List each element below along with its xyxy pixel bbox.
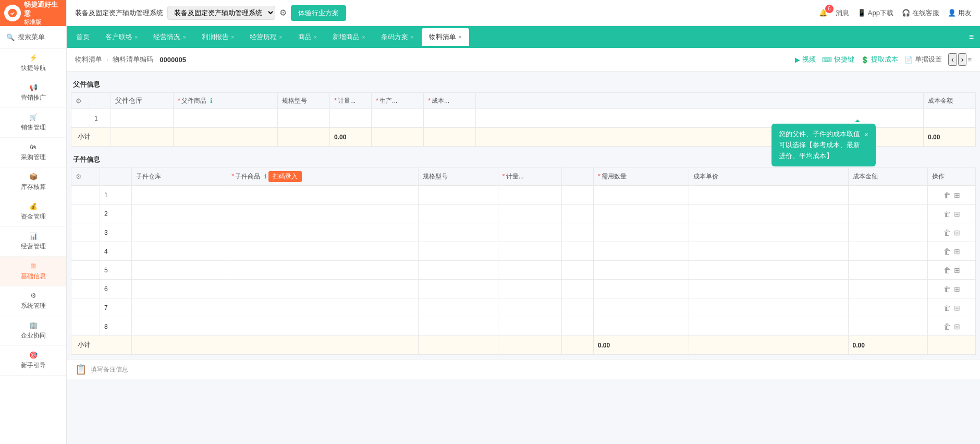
copy-icon[interactable]: ⊞ [954, 247, 960, 256]
online-service-item[interactable]: 🎧 在线客服 [902, 8, 939, 18]
copy-icon[interactable]: ⊞ [954, 191, 960, 199]
copy-icon[interactable]: ⊞ [954, 285, 960, 293]
sidebar-item-purchase[interactable]: 🛍 采购管理 [0, 138, 66, 167]
child-row1-cost-unit[interactable] [689, 186, 848, 205]
extract-cost-action[interactable]: 💲 提取成本 [861, 55, 898, 64]
child-row1-unit[interactable] [498, 186, 561, 205]
child-row1-product[interactable] [227, 186, 419, 205]
child-table-row: 2 🗑⊞ [71, 205, 976, 223]
tab-goods[interactable]: 商品 × [291, 28, 324, 46]
parent-row-spacer [71, 109, 90, 128]
sidebar-item-marketing[interactable]: 📢 营销推广 [0, 78, 66, 108]
parent-row-spec[interactable] [278, 109, 330, 128]
tab-list-icon[interactable]: ≡ [965, 32, 978, 42]
tab-close-icon[interactable]: × [314, 34, 317, 40]
copy-icon[interactable]: ⊞ [954, 322, 960, 331]
copy-icon[interactable]: ⊞ [954, 304, 960, 312]
next-page-button[interactable]: › [958, 53, 967, 66]
info-icon[interactable]: ℹ [210, 97, 213, 104]
parent-col-spec: 规格型号 [278, 93, 330, 109]
parent-col-product: *父件商品 ℹ [174, 93, 278, 109]
system-select[interactable]: 装备及固定资产辅助管理系统 [167, 6, 275, 20]
remark-icon[interactable]: 📋 [75, 364, 87, 375]
app-download-item[interactable]: 📱 App下载 [858, 8, 893, 18]
delete-icon[interactable]: 🗑 [944, 266, 951, 274]
system-title: 装备及固定资产辅助管理系统 [75, 8, 163, 18]
copy-icon[interactable]: ⊞ [954, 266, 960, 274]
child-row1-needed[interactable] [593, 186, 689, 205]
child-table-row: 7 🗑⊞ [71, 298, 976, 317]
sidebar-item-finance[interactable]: 💰 资金管理 [0, 197, 66, 227]
user-item[interactable]: 👤 用友 [948, 8, 972, 18]
delete-icon[interactable]: 🗑 [944, 191, 951, 199]
child-row1-spacer [71, 186, 100, 205]
sidebar-item-newbie[interactable]: 🎯 新手引导 [0, 346, 66, 376]
sidebar-item-enterprise[interactable]: 🏢 企业协同 [0, 316, 66, 346]
tab-barcode[interactable]: 条码方案 × [374, 28, 421, 46]
delete-icon[interactable]: 🗑 [944, 229, 951, 237]
tooltip-text: 您的父件、子件的成本取值可以选择【参考成本、最新进价、平均成本】 [779, 130, 860, 160]
tab-close-icon[interactable]: × [410, 34, 413, 40]
tab-profit[interactable]: 利润报告 × [194, 28, 241, 46]
search-menu-button[interactable]: 🔍 搜索菜单 [4, 30, 62, 44]
child-row1-warehouse[interactable] [132, 186, 227, 205]
tab-close-icon[interactable]: × [134, 34, 138, 40]
parent-subtotal-label: 小计 [71, 128, 111, 147]
gear-settings-icon[interactable]: ⚙ [76, 97, 82, 105]
tab-close-icon[interactable]: × [362, 34, 365, 40]
view-list-icon[interactable]: ≡ [967, 56, 972, 64]
copy-icon[interactable]: ⊞ [954, 210, 960, 218]
sidebar-item-quick-nav[interactable]: ⚡ 快捷导航 [0, 49, 66, 78]
tab-new-goods[interactable]: 新增商品 × [325, 28, 372, 46]
delete-icon[interactable]: 🗑 [944, 285, 951, 293]
parent-row-cost[interactable] [424, 109, 476, 128]
delete-icon[interactable]: 🗑 [944, 322, 951, 331]
sidebar-item-operation[interactable]: 📊 经营管理 [0, 227, 66, 257]
sidebar-item-inventory[interactable]: 📦 库存核算 [0, 167, 66, 197]
megaphone-icon: 📢 [29, 83, 38, 91]
tab-home[interactable]: 首页 [69, 28, 97, 46]
gear-icon[interactable]: ⚙ [279, 8, 287, 18]
gear-settings-icon2[interactable]: ⚙ [76, 173, 82, 181]
child-row1-spec[interactable] [418, 186, 498, 205]
trial-button[interactable]: 体验行业方案 [291, 5, 346, 21]
child-subtotal-row: 小计 0.00 0.00 [71, 336, 976, 355]
parent-subtotal-product [174, 128, 278, 147]
delete-icon[interactable]: 🗑 [944, 210, 951, 218]
parent-row-unit[interactable] [330, 109, 372, 128]
tab-history[interactable]: 经营历程 × [242, 28, 289, 46]
sidebar-item-system[interactable]: ⚙ 系统管理 [0, 286, 66, 316]
settings-icon: ⚙ [30, 292, 36, 299]
tooltip-close-button[interactable]: × [864, 129, 868, 140]
child-table-row: 6 🗑⊞ [71, 280, 976, 298]
parent-row-produce[interactable] [372, 109, 424, 128]
tab-close-icon[interactable]: × [458, 34, 461, 40]
single-setting-action[interactable]: 📄 单据设置 [904, 55, 942, 64]
tab-close-icon[interactable]: × [231, 34, 234, 40]
info-icon2[interactable]: ℹ [264, 173, 267, 180]
tab-operation[interactable]: 经营情况 × [146, 28, 193, 46]
sidebar-item-basic[interactable]: ⊞ 基础信息 [0, 257, 66, 286]
search-icon: 🔍 [6, 33, 15, 41]
tab-customer[interactable]: 客户联络 × [98, 28, 145, 46]
tab-bom[interactable]: 物料清单 × [422, 28, 469, 46]
notification-item[interactable]: 🔔 6 消息 [819, 8, 849, 18]
breadcrumb-list[interactable]: 物料清单 [75, 55, 102, 64]
view-action[interactable]: ▶ 视频 [795, 55, 816, 64]
delete-icon[interactable]: 🗑 [944, 247, 951, 256]
svg-point-0 [8, 9, 17, 18]
delete-icon[interactable]: 🗑 [944, 304, 951, 312]
shortcut-action[interactable]: ⌨ 快捷键 [822, 55, 854, 64]
scan-button[interactable]: 扫码录入 [268, 171, 302, 182]
tab-close-icon[interactable]: × [279, 34, 282, 40]
parent-row-warehouse[interactable] [111, 109, 174, 128]
tab-close-icon[interactable]: × [182, 34, 186, 40]
copy-icon[interactable]: ⊞ [954, 229, 960, 237]
prev-page-button[interactable]: ‹ [948, 53, 957, 66]
parent-row-product[interactable] [174, 109, 278, 128]
sidebar-search: 🔍 搜索菜单 [0, 26, 66, 49]
sidebar-item-sales[interactable]: 🛒 销售管理 [0, 108, 66, 138]
child-col-spacer [561, 168, 593, 186]
nav-tabs-end: ≡ [965, 32, 978, 42]
child-col-amount: 成本金额 [848, 168, 928, 186]
